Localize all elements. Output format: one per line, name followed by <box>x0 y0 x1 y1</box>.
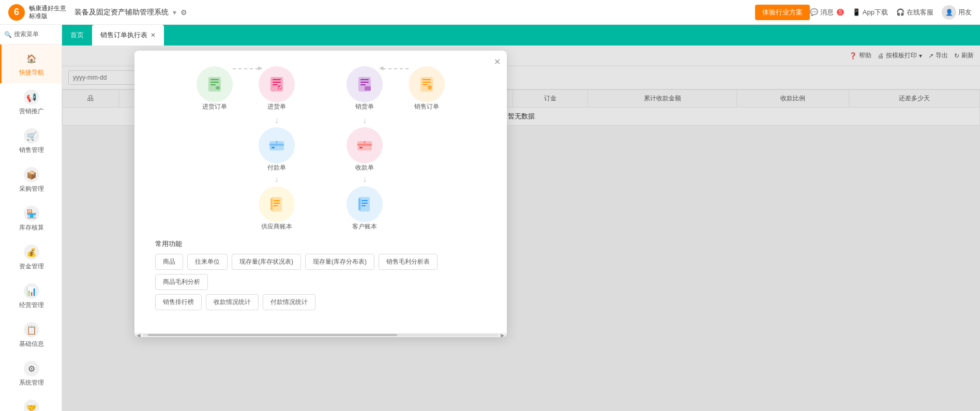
scroll-right-icon[interactable]: ▶ <box>501 332 505 338</box>
settings-icon[interactable]: ⚙ <box>180 8 187 17</box>
dropdown-arrow-icon[interactable]: ▾ <box>173 8 176 17</box>
sidebar-item-inventory[interactable]: 🏪 库存核算 <box>0 200 62 238</box>
flow-item-purchase-order: 进货订单 <box>197 66 233 111</box>
payment-label: 付款单 <box>267 163 286 172</box>
purchase-order-circle[interactable] <box>197 66 233 102</box>
svg-rect-27 <box>272 197 282 211</box>
marketing-icon: 📢 <box>24 89 39 105</box>
svg-rect-1 <box>210 79 219 80</box>
scrollbar-thumb <box>148 334 397 336</box>
arrow-left-1: ◀ <box>383 66 409 81</box>
supplier-ledger-circle[interactable] <box>259 186 295 222</box>
sidebar-item-collab[interactable]: 🤝 企业协同 <box>0 393 62 411</box>
svg-rect-6 <box>273 82 281 83</box>
func-btn-payment-stats[interactable]: 付款情况统计 <box>263 294 315 310</box>
tab-close-icon[interactable]: ✕ <box>150 32 156 39</box>
sidebar-item-operations[interactable]: 📊 经营管理 <box>0 277 62 316</box>
sidebar-item-quick-nav[interactable]: 🏠 快捷导航 <box>0 44 62 83</box>
svg-rect-31 <box>274 205 278 206</box>
sales-bill-label: 销货单 <box>355 102 374 111</box>
svg-rect-29 <box>274 200 280 201</box>
purchase-bill-label: 进货单 <box>267 102 286 111</box>
search-menu[interactable]: 🔍 搜索菜单 <box>0 25 62 44</box>
svg-point-18 <box>428 85 432 89</box>
svg-rect-16 <box>423 82 431 83</box>
tab-home[interactable]: 首页 <box>62 25 92 45</box>
svg-rect-5 <box>273 79 281 80</box>
sidebar-item-system[interactable]: ⚙ 系统管理 <box>0 355 62 393</box>
arrow-down-purchase: ↓ <box>259 115 295 125</box>
svg-rect-32 <box>359 197 370 211</box>
message-icon: 💬 <box>810 8 818 16</box>
modal-box: ✕ 进货订单 <box>134 51 507 337</box>
trial-button[interactable]: 体验行业方案 <box>755 5 810 20</box>
modal-close-button[interactable]: ✕ <box>494 57 501 67</box>
sidebar-item-purchase[interactable]: 📦 采购管理 <box>0 161 62 200</box>
func-btn-stock-dist[interactable]: 现存量(库存分布表) <box>305 254 374 270</box>
svg-rect-15 <box>423 79 431 80</box>
func-buttons-row2: 销售排行榜 收款情况统计 付款情况统计 <box>155 294 486 310</box>
app-download-button[interactable]: 📱 App下载 <box>852 8 888 17</box>
sidebar-item-label: 经营管理 <box>19 301 44 310</box>
flow-item-sales-order: 销售订单 <box>409 66 445 111</box>
message-badge: 5 <box>837 9 844 16</box>
svg-rect-2 <box>210 82 219 83</box>
func-btn-sales-rank[interactable]: 销售排行榜 <box>155 294 202 310</box>
message-button[interactable]: 💬 消息 5 <box>810 8 844 17</box>
receipt-circle[interactable]: ¥ <box>346 127 383 163</box>
main-content: 首页 销售订单执行表 ✕ ❓ 帮助 🖨 按模板打印 ▾ ↗ 导出 ↻ <box>62 25 980 411</box>
service-icon: 🎧 <box>896 8 904 16</box>
inventory-icon: 🏪 <box>24 206 39 221</box>
finance-icon: 💰 <box>24 245 39 260</box>
purchase-icon: 📦 <box>24 167 39 182</box>
sidebar-item-sales[interactable]: 🛒 销售管理 <box>0 122 62 161</box>
system-title: 装备及固定资产辅助管理系统 ▾ ⚙ <box>74 8 755 17</box>
flow-item-receipt: ¥ 收款单 <box>346 127 383 172</box>
customer-ledger-circle[interactable] <box>346 186 383 222</box>
purchase-bill-circle[interactable] <box>259 66 295 102</box>
online-service-button[interactable]: 🎧 在线客服 <box>896 8 933 17</box>
func-btn-receipt-stats[interactable]: 收款情况统计 <box>206 294 259 310</box>
operations-icon: 📊 <box>24 283 39 299</box>
collab-icon: 🤝 <box>24 400 39 411</box>
receipt-label: 收款单 <box>355 163 374 172</box>
sidebar-item-label: 系统管理 <box>19 378 44 387</box>
sidebar-item-marketing[interactable]: 📢 营销推广 <box>0 83 62 122</box>
user-area[interactable]: 👤 用友 <box>942 5 972 20</box>
modal-scrollbar: ◀ ▶ <box>134 333 507 337</box>
sales-icon: 🛒 <box>24 128 39 144</box>
payment-circle[interactable]: ¥ <box>259 127 295 163</box>
supplier-ledger-label: 供应商账本 <box>261 222 292 231</box>
scrollbar-track[interactable] <box>143 334 499 336</box>
func-btn-goods[interactable]: 商品 <box>155 254 183 270</box>
svg-rect-34 <box>361 200 368 201</box>
svg-rect-3 <box>210 84 216 85</box>
sidebar-item-basic-info[interactable]: 📋 基础信息 <box>0 316 62 355</box>
search-label: 搜索菜单 <box>14 30 39 39</box>
svg-rect-17 <box>423 84 428 85</box>
sidebar-item-label: 营销推广 <box>19 107 44 116</box>
sidebar-item-label: 库存核算 <box>19 223 44 232</box>
sales-bill-circle[interactable] <box>346 66 383 102</box>
func-btn-goods-gross[interactable]: 商品毛利分析 <box>155 274 208 290</box>
tab-bar: 首页 销售订单执行表 ✕ <box>62 25 980 45</box>
sales-order-circle[interactable] <box>409 66 445 102</box>
sidebar-item-finance[interactable]: 💰 资金管理 <box>0 238 62 277</box>
flow-row-3: ¥ 付款单 ¥ 收款单 <box>155 127 486 172</box>
arrow-right-1: ▶ <box>233 66 259 81</box>
avatar: 👤 <box>942 5 956 20</box>
svg-rect-24 <box>357 144 372 146</box>
system-icon: ⚙ <box>24 361 39 376</box>
func-btn-sales-gross[interactable]: 销售毛利分析表 <box>379 254 438 270</box>
func-btn-stock-status[interactable]: 现存量(库存状况表) <box>232 254 301 270</box>
func-btn-counterparts[interactable]: 往来单位 <box>187 254 228 270</box>
header-right: 💬 消息 5 📱 App下载 🎧 在线客服 👤 用友 <box>810 5 972 20</box>
func-buttons-row1: 商品 往来单位 现存量(库存状况表) 现存量(库存分布表) 销售毛利分析表 商品… <box>155 254 486 290</box>
svg-rect-25 <box>359 147 363 148</box>
section-title: 常用功能 <box>155 239 486 249</box>
sidebar: 🔍 搜索菜单 🏠 快捷导航 📢 营销推广 🛒 销售管理 📦 采购管理 🏪 库存核… <box>0 25 62 411</box>
common-functions: 常用功能 商品 往来单位 现存量(库存状况表) 现存量(库存分布表) 销售毛利分… <box>155 239 486 323</box>
scroll-left-icon[interactable]: ◀ <box>137 332 141 338</box>
logo-area: 6 畅康通好生意 标准版 <box>8 4 70 21</box>
tab-sales-order[interactable]: 销售订单执行表 ✕ <box>92 25 164 45</box>
